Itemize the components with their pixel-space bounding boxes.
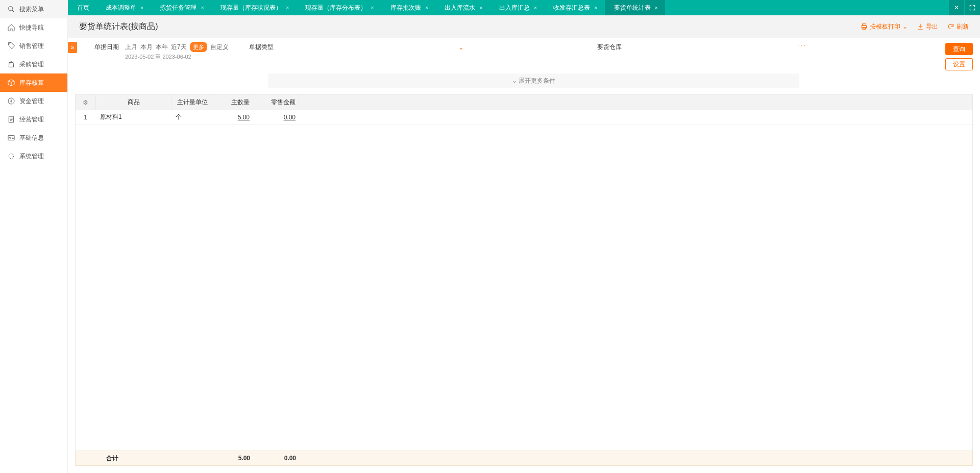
filter-date-label: 单据日期 [94,42,121,52]
refresh-icon [947,23,954,30]
col-amount[interactable]: 零售金额 [254,95,300,110]
coin-icon [7,97,15,105]
sidebar-item-inventory[interactable]: 库存核算 [0,73,67,92]
chevron-down-icon: ⌄ [512,77,519,84]
date-opt-thisyear[interactable]: 本年 [156,42,168,52]
close-icon[interactable]: × [140,5,143,11]
sidebar-item-label: 销售管理 [19,42,44,51]
tab[interactable]: 现存量（库存状况表）× [211,0,296,15]
cell-qty[interactable]: 5.00 [213,110,254,124]
tab[interactable]: 成本调整单× [96,0,151,15]
query-button[interactable]: 查询 [945,43,973,55]
table-footer: 合计 5.00 0.00 [75,451,973,466]
close-icon[interactable]: × [201,5,204,11]
date-range-text: 2023-05-02 至 2023-06-02 [125,53,229,61]
cell-spacer [300,110,972,124]
close-icon[interactable]: × [594,5,597,11]
date-opt-lastmonth[interactable]: 上月 [125,42,137,52]
tab-label: 拣货任务管理 [160,4,197,12]
warehouse-more-dots[interactable]: ··· [795,42,810,49]
svg-rect-4 [8,135,14,140]
footer-total-amount: 0.00 [254,455,300,462]
export-icon [917,23,924,30]
date-opt-custom[interactable]: 自定义 [210,42,229,52]
bag-icon [7,60,15,68]
page-header: 要货单统计表(按商品) 按模板打印 ⌄ 导出 刷新 [68,15,980,38]
doctype-select[interactable]: ⌄ [280,42,463,53]
date-opt-thismonth[interactable]: 本月 [140,42,153,52]
tab-label: 库存批次账 [390,4,421,12]
page-title: 要货单统计表(按商品) [79,21,158,32]
tab-label: 现存量（库存状况表） [220,4,282,12]
column-settings-button[interactable]: ⚙ [76,95,96,110]
doc-icon [7,115,15,123]
warehouse-select[interactable] [628,42,791,53]
table-header: ⚙ 商品 主计量单位 主数量 零售金额 [76,95,972,110]
tab[interactable]: 要货单统计表× [605,0,665,15]
svg-point-1 [10,43,10,44]
collapse-filter-handle[interactable]: » [68,42,77,53]
close-icon[interactable]: × [479,5,482,11]
tab[interactable]: 库存批次账× [381,0,435,15]
sidebar-item-search[interactable]: 搜索菜单 [0,0,67,18]
sidebar-item-label: 系统管理 [19,152,44,161]
tag-icon [7,42,15,50]
tab[interactable]: 出入库流水× [435,0,489,15]
sidebar-item-business[interactable]: 经营管理 [0,110,67,129]
close-icon[interactable]: × [371,5,374,11]
expand-more-filters[interactable]: ⌄ 展开更多条件 [268,73,799,88]
tab[interactable]: 拣货任务管理× [151,0,211,15]
sidebar-item-label: 采购管理 [19,60,44,69]
footer-total-label: 合计 [96,454,172,463]
svg-point-0 [9,7,13,11]
filter-bar: » 单据日期 上月 本月 本年 近7天 更多 自定义 [68,38,980,88]
box-icon [7,79,15,87]
date-opt-7days[interactable]: 近7天 [171,42,187,52]
export-action[interactable]: 导出 [917,22,938,31]
sidebar-item-label: 库存核算 [19,79,44,87]
tab[interactable]: 现存量（库存分布表）× [296,0,381,15]
sidebar-item-baseinfo[interactable]: 基础信息 [0,129,67,147]
tab-label: 要货单统计表 [614,4,651,12]
close-icon[interactable]: × [425,5,428,11]
tabs-bar: 首页成本调整单×拣货任务管理×现存量（库存状况表）×现存量（库存分布表）×库存批… [68,0,980,15]
print-icon [861,23,868,30]
col-product[interactable]: 商品 [96,95,172,110]
date-opt-more[interactable]: 更多 [190,42,207,52]
col-unit[interactable]: 主计量单位 [172,95,213,110]
filter-doctype-label: 单据类型 [249,42,276,52]
close-icon[interactable]: × [534,5,537,11]
print-template-label: 按模板打印 [870,22,900,31]
svg-point-5 [10,137,11,139]
tab[interactable]: 收发存汇总表× [544,0,604,15]
sidebar-item-label: 搜索菜单 [19,5,44,14]
gear-icon [7,152,15,160]
export-label: 导出 [926,22,938,31]
sidebar-item-label: 基础信息 [19,134,44,142]
filter-warehouse-group: 要货仓库 ··· [597,42,925,53]
settings-button[interactable]: 设置 [945,58,973,70]
col-qty[interactable]: 主数量 [213,95,254,110]
tab[interactable]: 首页 [68,0,96,15]
tab-label: 收发存汇总表 [553,4,590,12]
sidebar-item-system[interactable]: 系统管理 [0,147,67,165]
close-icon[interactable]: × [655,5,658,11]
sidebar-item-funds[interactable]: 资金管理 [0,92,67,110]
svg-point-6 [9,154,13,158]
tab[interactable]: 出入库汇总× [490,0,544,15]
close-icon[interactable]: × [286,5,289,11]
cell-amount[interactable]: 0.00 [254,110,300,124]
table-row[interactable]: 1原材料1个5.000.00 [76,110,972,125]
print-template-action[interactable]: 按模板打印 ⌄ [861,22,908,31]
refresh-label: 刷新 [957,22,969,31]
sidebar-item-sales[interactable]: 销售管理 [0,37,67,55]
sidebar-item-quicknav[interactable]: 快捷导航 [0,18,67,37]
tabs-close-all[interactable]: ✕ [949,0,964,15]
sidebar: 搜索菜单 快捷导航 销售管理 采购管理 库存核算 资金管理 经营管理 基础信息 [0,0,68,473]
tabs-fullscreen[interactable] [965,0,980,15]
sidebar-item-purchase[interactable]: 采购管理 [0,55,67,73]
sidebar-item-label: 经营管理 [19,115,44,124]
refresh-action[interactable]: 刷新 [947,22,969,31]
sidebar-item-label: 资金管理 [19,97,44,106]
home-icon [7,23,15,32]
